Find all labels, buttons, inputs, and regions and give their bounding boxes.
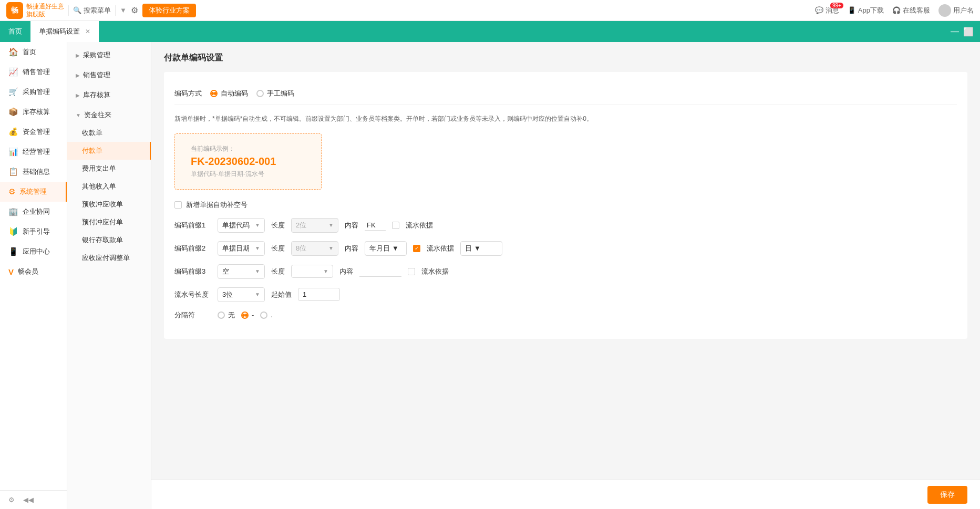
content-select-2[interactable]: 年月日 ▼ [365, 241, 407, 256]
sidebar-item-system[interactable]: ⚙ 系统管理 [0, 182, 67, 202]
length-select-2[interactable]: 8位 ▼ [291, 241, 338, 256]
prefix-select-1[interactable]: 单据代码 ▼ [218, 218, 265, 233]
sidebar-item-purchase[interactable]: 🛒 采购管理 [0, 82, 67, 102]
topbar-divider [68, 5, 69, 16]
prefix-select-1-arrow: ▼ [255, 222, 260, 228]
service-button[interactable]: 🎧 在线客服 [892, 6, 930, 15]
serial-length-label: 流水号长度 [174, 290, 211, 299]
sub-group-inventory: ▶ 库存核算 [67, 86, 151, 104]
brand: 畅 畅捷通好生意 旗舰版 [6, 2, 64, 19]
separator-dash-radio[interactable]: - [241, 311, 254, 319]
content-label-1: 内容 [345, 221, 358, 230]
sub-item-payment[interactable]: 付款单 [67, 142, 151, 160]
arrow-right-icon2: ▶ [76, 72, 80, 78]
start-value-input[interactable] [298, 288, 340, 301]
separator-dot-radio[interactable]: . [260, 311, 273, 319]
period-select-2[interactable]: 日 ▼ [460, 241, 502, 256]
watermark-checkbox-2[interactable]: ✓ [413, 245, 420, 252]
arrow-right-icon3: ▶ [76, 92, 80, 98]
sub-group-sales-header[interactable]: ▶ 销售管理 [67, 66, 151, 84]
length-select-1[interactable]: 2位 ▼ [291, 218, 338, 233]
sidebar-item-operations[interactable]: 📊 经营管理 [0, 142, 67, 162]
sub-group-purchase-header[interactable]: ▶ 采购管理 [67, 46, 151, 64]
sub-item-prepay-payment[interactable]: 预付冲应付单 [67, 213, 151, 231]
page-title: 付款单编码设置 [164, 53, 967, 64]
sidebar-item-finance[interactable]: 💰 资金管理 [0, 122, 67, 142]
sidebar-item-inventory[interactable]: 📦 库存核算 [0, 102, 67, 122]
trial-button[interactable]: 体验行业方案 [142, 4, 196, 17]
topbar-left: 畅 畅捷通好生意 旗舰版 🔍 搜索菜单 ▼ ⚙ 体验行业方案 [6, 2, 196, 19]
user-menu[interactable]: 用户名 [938, 4, 974, 17]
arrow-down-icon: ▼ [76, 112, 81, 118]
prefix-select-2[interactable]: 单据日期 ▼ [218, 241, 265, 256]
content-select-2-arrow: ▼ [392, 244, 399, 252]
sub-item-receipt[interactable]: 收款单 [67, 124, 151, 142]
sidebar-item-apps[interactable]: 📱 应用中心 [0, 242, 67, 262]
length-select-3[interactable]: ▼ [291, 265, 333, 278]
sidebar-item-basic[interactable]: 📋 基础信息 [0, 162, 67, 182]
tab-home[interactable]: 首页 [0, 21, 30, 42]
system-icon: ⚙ [8, 187, 15, 196]
app-download-button[interactable]: 📱 App下载 [848, 6, 884, 15]
sub-item-expense[interactable]: 费用支出单 [67, 160, 151, 178]
sidebar-item-home[interactable]: 🏠 首页 [0, 42, 67, 62]
sub-item-bank[interactable]: 银行存取款单 [67, 231, 151, 249]
watermark-label-1: 流水依据 [406, 221, 433, 230]
main-layout: 🏠 首页 📈 销售管理 🛒 采购管理 📦 库存核算 💰 资金管理 📊 经营管理 … [0, 42, 980, 509]
auto-encode-radio[interactable]: 自动编码 [210, 89, 248, 98]
finance-icon: 💰 [8, 127, 18, 137]
prefix-select-3[interactable]: 空 ▼ [218, 264, 265, 279]
sidebar-item-sales[interactable]: 📈 销售管理 [0, 62, 67, 82]
search-menu[interactable]: 🔍 搜索菜单 [73, 6, 111, 15]
manual-encode-radio[interactable]: 手工编码 [256, 89, 294, 98]
auto-encode-circle [210, 90, 218, 97]
sub-group-inventory-header[interactable]: ▶ 库存核算 [67, 86, 151, 104]
sub-item-adjust[interactable]: 应收应付调整单 [67, 249, 151, 267]
sub-item-prepay-receipt[interactable]: 预收冲应收单 [67, 195, 151, 213]
tabbar-right: — ⬜ [951, 27, 980, 37]
separator-dash-circle [241, 311, 249, 319]
sidebar-item-vip[interactable]: V 畅会员 [0, 262, 67, 282]
enterprise-icon: 🏢 [8, 207, 18, 216]
watermark-checkbox-3[interactable] [408, 268, 415, 275]
brand-icon: 畅 [6, 2, 23, 19]
separator-none-circle [218, 311, 225, 319]
message-icon: 💬 [815, 6, 823, 14]
separator-none-radio[interactable]: 无 [218, 310, 235, 320]
arrow-right-icon: ▶ [76, 53, 80, 58]
prefix-label-2: 编码前缀2 [174, 244, 211, 253]
period-select-2-arrow: ▼ [474, 244, 481, 252]
sub-sidebar: ▶ 采购管理 ▶ 销售管理 ▶ 库存核算 ▼ 资金往来 收款单 付款单 费用支出… [67, 42, 151, 509]
auto-fill-row: 新增单据自动补空号 [174, 200, 957, 210]
separator-row: 分隔符 无 - . [174, 310, 957, 320]
settings-icon[interactable]: ⚙ [131, 5, 138, 15]
length-label-2: 长度 [271, 244, 285, 253]
encoding-method-row: 编码方式 自动编码 手工编码 [174, 82, 957, 105]
sidebar-item-enterprise[interactable]: 🏢 企业协同 [0, 202, 67, 222]
prefix-select-2-arrow: ▼ [255, 245, 260, 251]
topbar-divider2 [115, 5, 116, 16]
home-icon: 🏠 [8, 47, 18, 57]
sidebar-collapse-icon[interactable]: ◀◀ [23, 496, 34, 504]
serial-length-select[interactable]: 3位 ▼ [218, 287, 265, 302]
sidebar-item-guide[interactable]: 🔰 新手引导 [0, 222, 67, 242]
tab-minimize-icon[interactable]: — [951, 27, 959, 36]
search-icon: 🔍 [73, 6, 81, 14]
tab-close-icon[interactable]: ✕ [85, 28, 90, 35]
collapse-icon[interactable]: ▼ [120, 6, 127, 14]
prefix-label-1: 编码前缀1 [174, 221, 211, 230]
message-button[interactable]: 💬 消息 99+ [815, 6, 839, 15]
operations-icon: 📊 [8, 147, 18, 157]
tab-encode[interactable]: 单据编码设置 ✕ [30, 21, 99, 42]
auto-fill-checkbox[interactable] [174, 201, 182, 209]
tab-maximize-icon[interactable]: ⬜ [963, 27, 974, 37]
watermark-checkbox-1[interactable] [392, 222, 399, 229]
sidebar-settings-icon[interactable]: ⚙ [8, 496, 15, 504]
save-button[interactable]: 保存 [927, 486, 967, 504]
manual-encode-circle [256, 90, 264, 97]
purchase-icon: 🛒 [8, 87, 18, 97]
sub-item-income[interactable]: 其他收入单 [67, 178, 151, 195]
sub-group-finance-header[interactable]: ▼ 资金往来 [67, 106, 151, 124]
watermark-label-3: 流水依据 [421, 267, 449, 276]
length-select-3-arrow: ▼ [323, 268, 328, 274]
